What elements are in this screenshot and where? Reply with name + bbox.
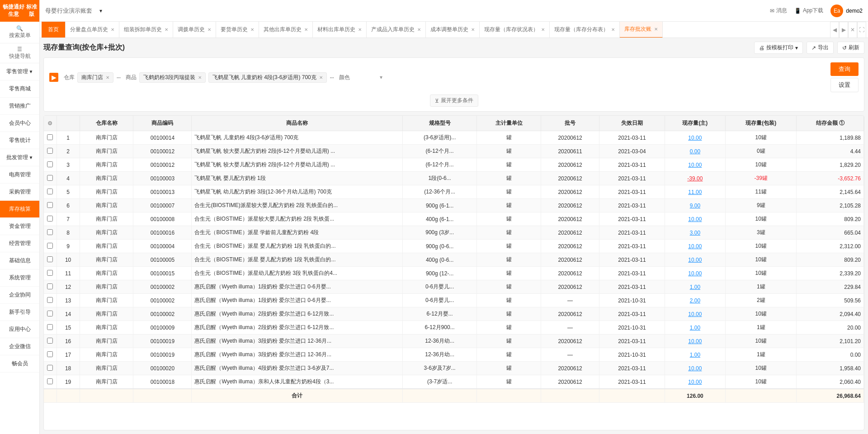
sidebar-item-app-center[interactable]: 应用中心 [0,321,39,338]
sidebar-item-member[interactable]: 会员中心 [0,115,39,132]
td-qty-main[interactable]: 10.00 [665,335,725,348]
tab-close-icon[interactable]: ✕ [654,27,658,32]
tab-product-in-history[interactable]: 产成品入库单历史 ✕ [367,22,426,38]
tab-split-history[interactable]: 分量盘点单历史 ✕ [66,22,119,38]
sidebar-item-inventory[interactable]: 库存核算 [0,201,39,218]
td-checkbox[interactable] [44,335,57,348]
tab-close-icon[interactable]: ✕ [417,27,421,32]
tab-close-icon[interactable]: ✕ [250,27,254,32]
td-qty-main[interactable]: 10.00 [665,158,725,172]
filter-product-tag2-close-icon[interactable]: ✕ [319,75,323,80]
topbar-dropdown[interactable]: ▾ [99,8,102,14]
td-checkbox[interactable] [44,212,57,226]
qty-main-link[interactable]: 1.00 [690,325,700,331]
sidebar-search[interactable]: 🔍 搜索菜单 [0,22,39,43]
qty-main-link[interactable]: 2.00 [690,297,700,304]
sidebar-item-guide[interactable]: 新手引导 [0,304,39,321]
td-checkbox[interactable] [44,267,57,280]
qty-main-link[interactable]: 11.00 [688,189,702,195]
qty-main-link[interactable]: 10.00 [688,243,702,250]
td-checkbox[interactable] [44,131,57,145]
sidebar-item-retail-stat[interactable]: 零售统计 [0,132,39,149]
tab-arrow-left[interactable]: ◀ [830,22,839,38]
td-checkbox[interactable] [44,226,57,240]
qty-main-link[interactable]: 10.00 [688,365,702,372]
filter-product-more-icon[interactable]: ··· [330,73,334,82]
sidebar-nav[interactable]: ☰ 快捷导航 [0,43,39,63]
qty-main-link[interactable]: 10.00 [688,338,702,344]
topbar-message[interactable]: ✉ 消息 [770,7,787,14]
filter-product-tag1-close-icon[interactable]: ✕ [198,75,202,80]
td-checkbox[interactable] [44,253,57,267]
td-qty-main[interactable]: 10.00 [665,375,725,389]
qty-main-link[interactable]: 9.00 [690,203,700,209]
btn-query[interactable]: 查询 [830,62,859,76]
td-qty-main[interactable]: 10.00 [665,307,725,321]
th-settings[interactable]: ⚙ [44,116,57,131]
td-qty-main[interactable]: 10.00 [665,212,725,226]
tab-inventory-dist[interactable]: 现存量（库存分布表） ✕ [550,22,620,38]
tab-mix-history[interactable]: 调拨单历史 ✕ [173,22,216,38]
tab-home[interactable]: 首页 [42,22,66,38]
qty-main-link[interactable]: 3.00 [690,230,700,236]
topbar-user[interactable]: Ea demo2 [830,5,863,17]
tab-cost-adjust-history[interactable]: 成本调整单历史 ✕ [426,22,480,38]
sidebar-item-finance[interactable]: 资金管理 [0,218,39,235]
td-qty-main[interactable]: 10.00 [665,253,725,267]
td-qty-main[interactable]: 10.00 [665,362,725,375]
tab-fullscreen[interactable]: ⛶ [857,22,866,38]
qty-main-link[interactable]: 10.00 [688,270,702,277]
td-checkbox[interactable] [44,172,57,185]
tab-close-all[interactable]: ✕ [848,22,857,38]
td-qty-main[interactable]: 1.00 [665,348,725,362]
filter-expand-toggle[interactable]: ⊻ 展开更多条件 [430,94,478,107]
qty-main-link[interactable]: 10.00 [688,257,702,263]
sidebar-item-enterprise[interactable]: 企业协同 [0,287,39,304]
td-checkbox[interactable] [44,375,57,389]
qty-main-link[interactable]: 0.00 [690,148,700,155]
sidebar-item-system[interactable]: 系统管理 [0,269,39,287]
btn-setting[interactable]: 设置 [830,78,859,92]
qty-main-link[interactable]: 1.00 [690,284,700,290]
td-qty-main[interactable]: 10.00 [665,131,725,145]
tab-other-out-history[interactable]: 其他出库单历史 ✕ [259,22,313,38]
filter-warehouse-tag[interactable]: 南库门店 ✕ [77,72,113,83]
tab-material-out-history[interactable]: 材料出库单历史 ✕ [313,22,367,38]
tab-close-icon[interactable]: ✕ [611,27,615,32]
td-qty-main[interactable]: 3.00 [665,226,725,240]
sidebar-item-member-card[interactable]: 畅会员 [0,355,39,373]
filter-warehouse-close-icon[interactable]: ✕ [106,75,109,80]
tab-require-history[interactable]: 要货单历史 ✕ [216,22,259,38]
td-checkbox[interactable] [44,240,57,253]
td-checkbox[interactable] [44,348,57,362]
tab-warehouse-batch[interactable]: 库存批次账 ✕ [620,22,663,38]
tab-close-icon[interactable]: ✕ [358,27,362,32]
td-checkbox[interactable] [44,362,57,375]
td-checkbox[interactable] [44,158,57,172]
gear-icon[interactable]: ⚙ [47,120,52,127]
btn-export[interactable]: ↗ 导出 [807,42,834,54]
td-qty-main[interactable]: -39.00 [665,172,725,185]
btn-refresh[interactable]: ↺ 刷新 [837,42,864,54]
tab-disassemble-history[interactable]: 组装拆卸单历史 ✕ [119,22,173,38]
td-checkbox[interactable] [44,307,57,321]
topbar-app-download[interactable]: 📱 App下载 [794,7,823,14]
qty-main-link[interactable]: 10.00 [688,135,702,141]
td-qty-main[interactable]: 1.00 [665,280,725,294]
filter-expand-button[interactable]: ▶ [49,73,58,82]
tab-close-icon[interactable]: ✕ [304,27,308,32]
tab-close-icon[interactable]: ✕ [165,27,168,32]
qty-main-link[interactable]: 10.00 [688,379,702,385]
tab-close-icon[interactable]: ✕ [111,27,114,32]
td-checkbox[interactable] [44,294,57,307]
filter-product-tag-2[interactable]: 飞鹤星飞帆 儿童奶粉 4段(3-6岁适用) 700克 ✕ [208,72,327,83]
sidebar-item-operation[interactable]: 经营管理 [0,235,39,252]
sidebar-item-retail-shop[interactable]: 零售商城 [0,80,39,98]
qty-main-link[interactable]: 10.00 [688,311,702,317]
filter-product-tag-1[interactable]: 飞鹤奶粉3段丙瑞提装 ✕ [139,72,206,83]
sidebar-item-retail[interactable]: 零售管理 ▼ [0,63,39,80]
tab-close-icon[interactable]: ✕ [541,27,545,32]
td-qty-main[interactable]: 11.00 [665,185,725,199]
td-qty-main[interactable]: 10.00 [665,240,725,253]
td-checkbox[interactable] [44,321,57,335]
